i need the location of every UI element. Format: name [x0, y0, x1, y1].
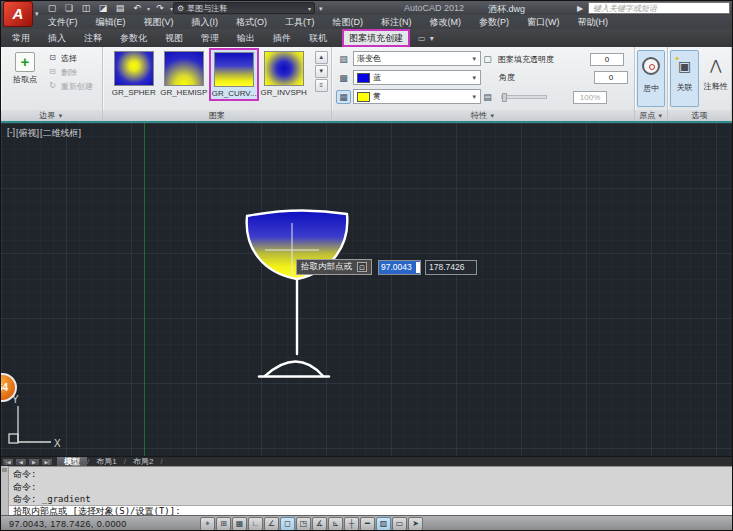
menu-tools[interactable]: 工具(T) [276, 15, 324, 29]
select-button[interactable]: ⊡ 选择 [47, 51, 101, 65]
application-menu-button[interactable]: A [3, 1, 33, 27]
gallery-expand-icon[interactable]: ≡ [315, 79, 328, 92]
undo-dropdown-icon[interactable]: ▾ [147, 5, 150, 12]
tab-view[interactable]: 视图 [159, 30, 189, 47]
quick-properties-button[interactable]: ▭ [392, 517, 407, 531]
help-search-input[interactable] [588, 2, 730, 14]
search-arrow-icon[interactable]: ▶ [577, 4, 583, 13]
snap-mode-button[interactable]: ⊞ [216, 517, 231, 531]
menu-dimension[interactable]: 标注(N) [372, 15, 421, 29]
gradient-swatch-gr-hemisp[interactable]: GR_HEMISP [159, 51, 209, 97]
gallery-scroll-down-icon[interactable]: ▼ [315, 65, 328, 78]
hatch-transparency-value[interactable]: 0 [590, 53, 624, 66]
new-icon[interactable]: ▢ [45, 2, 59, 14]
tab-manage[interactable]: 管理 [195, 30, 225, 47]
infer-constraints-button[interactable]: ⌖ [200, 517, 215, 531]
tab-parametric[interactable]: 参数化 [114, 30, 153, 47]
gradient-color2-combo[interactable]: 黄 ▼ [353, 89, 481, 104]
menu-parametric[interactable]: 参数(P) [470, 15, 518, 29]
recreate-button[interactable]: ↻ 重新创建 [47, 79, 101, 93]
prompt-options-icon[interactable]: ⊡ [357, 262, 367, 272]
status-toggle-buttons: ⌖ ⊞ ▦ ∟ ∠ ◻ ◳ ∡ ⊾ ┼ ━ ▨ ▭ ➤ [200, 517, 423, 531]
panel-footer-boundaries[interactable]: 边界 ▼ [1, 110, 102, 121]
dynamic-input-x-field[interactable]: 97.0043 [378, 260, 421, 275]
application-menu-arrow-icon[interactable]: ▾ [35, 10, 39, 18]
drawing-canvas[interactable]: [-] [俯视] [二维线框] [1, 123, 732, 456]
ribbon-tab-row: 常用 插入 注释 参数化 视图 管理 输出 插件 联机 图案填充创建 ▭ ▾ [1, 29, 732, 47]
hatch-transparency-icon[interactable]: ▢ [480, 52, 495, 66]
menu-insert[interactable]: 插入(I) [183, 15, 228, 29]
command-window-grip[interactable] [1, 466, 9, 515]
command-prompt-line[interactable]: 拾取内部点或 [选择对象(S)/设置(T)]: [9, 505, 732, 515]
angle-value[interactable]: 0 [594, 71, 628, 84]
remove-button[interactable]: ⊟ 删除 [47, 65, 101, 79]
pick-points-button[interactable]: + 拾取点 [7, 50, 43, 107]
menu-edit[interactable]: 编辑(E) [87, 15, 135, 29]
tab-output[interactable]: 输出 [231, 30, 261, 47]
next-tab-icon[interactable]: ▶ [28, 458, 40, 466]
open-icon[interactable]: ❏ [62, 2, 76, 14]
tab-insert[interactable]: 插入 [42, 30, 72, 47]
tab-layout2[interactable]: 布局2 [126, 457, 160, 467]
annotative-button[interactable]: ⋀ 注释性 [701, 50, 730, 107]
hatch-type-combo[interactable]: 渐变色 ▼ [353, 51, 481, 66]
gradient-color2-icon: ▦ [336, 90, 351, 104]
menu-help[interactable]: 帮助(H) [569, 15, 618, 29]
tab-model[interactable]: 模型 [57, 457, 87, 467]
menu-draw[interactable]: 绘图(D) [324, 15, 373, 29]
yellow-color-chip [357, 92, 370, 102]
centered-icon [642, 57, 660, 75]
ribbon-minimize-icon[interactable]: ▭ ▾ [418, 31, 435, 47]
workspace-switcher[interactable]: ⚙ 草图与注释 ▾ [173, 2, 315, 14]
dynamic-input-y-field[interactable]: 178.7426 [425, 260, 477, 275]
object-snap-button[interactable]: ◻ [280, 517, 295, 531]
ribbon: + 拾取点 ⊡ 选择 ⊟ 删除 ↻ 重新创建 [1, 47, 732, 121]
coordinate-readout[interactable]: 97.0043, 178.7426, 0.0000 [9, 519, 127, 529]
gradient-color1-combo[interactable]: 蓝 ▼ [353, 70, 481, 85]
panel-footer-properties[interactable]: 特性 ▼ [332, 110, 634, 121]
3d-object-snap-button[interactable]: ◳ [296, 517, 311, 531]
prev-tab-icon[interactable]: ◀ [15, 458, 27, 466]
panel-properties: ▨ 渐变色 ▼ ▩ 蓝 ▼ ▦ [332, 47, 635, 121]
dynamic-input-button[interactable]: ┼ [344, 517, 359, 531]
centered-button[interactable]: 居中 [637, 50, 665, 107]
selection-cycling-button[interactable]: ➤ [408, 517, 423, 531]
save-icon[interactable]: ◫ [79, 2, 93, 14]
tab-online[interactable]: 联机 [303, 30, 333, 47]
menu-file[interactable]: 文件(F) [39, 15, 87, 29]
gr-curved-preview [214, 52, 254, 87]
dynamic-input-tooltip: 拾取内部点或 ⊡ 97.0043 178.7426 [296, 259, 477, 275]
dynamic-ucs-button[interactable]: ⊾ [328, 517, 343, 531]
panel-boundaries: + 拾取点 ⊡ 选择 ⊟ 删除 ↻ 重新创建 [1, 47, 103, 121]
associative-button[interactable]: ✦ ▣ 关联 [670, 50, 699, 107]
menu-format[interactable]: 格式(O) [227, 15, 276, 29]
quick-access-toolbar: ▢ ❏ ◫ ◪ ▤ ↶ ▾ ↷ ▾ [45, 2, 173, 14]
menu-view[interactable]: 视图(V) [135, 15, 183, 29]
undo-icon[interactable]: ↶ [130, 2, 144, 14]
object-snap-tracking-button[interactable]: ∡ [312, 517, 327, 531]
first-tab-icon[interactable]: |◀ [2, 458, 14, 466]
tab-hatch-creation-active[interactable]: 图案填充创建 [342, 29, 410, 47]
gallery-scroll-up-icon[interactable]: ▲ [315, 51, 328, 64]
grid-display-button[interactable]: ▦ [232, 517, 247, 531]
tab-layout1[interactable]: 布局1 [89, 457, 123, 467]
panel-footer-origin[interactable]: 原点 ▼ [635, 110, 667, 121]
polar-tracking-button[interactable]: ∠ [264, 517, 279, 531]
plot-icon[interactable]: ▤ [113, 2, 127, 14]
transparency-button[interactable]: ▨ [376, 517, 391, 531]
ortho-mode-button[interactable]: ∟ [248, 517, 263, 531]
menu-window[interactable]: 窗口(W) [518, 15, 569, 29]
gradient-swatch-gr-curved-selected[interactable]: GR_CURV... [209, 48, 259, 101]
tab-annotate[interactable]: 注释 [78, 30, 108, 47]
save-as-icon[interactable]: ◪ [96, 2, 110, 14]
menu-modify[interactable]: 修改(M) [421, 15, 471, 29]
tab-home[interactable]: 常用 [6, 30, 36, 47]
redo-icon[interactable]: ↷ [153, 2, 167, 14]
tab-plugins[interactable]: 插件 [267, 30, 297, 47]
last-tab-icon[interactable]: ▶| [41, 458, 53, 466]
qat-customize-icon[interactable]: ▾ [319, 5, 323, 13]
gradient-swatch-gr-invsph[interactable]: GR_INVSPH [259, 51, 309, 97]
lineweight-button[interactable]: ━ [360, 517, 375, 531]
command-history[interactable]: 命令: 命令: 命令: _gradient [1, 466, 732, 505]
gradient-swatch-gr-spher[interactable]: GR_SPHER [109, 51, 159, 97]
